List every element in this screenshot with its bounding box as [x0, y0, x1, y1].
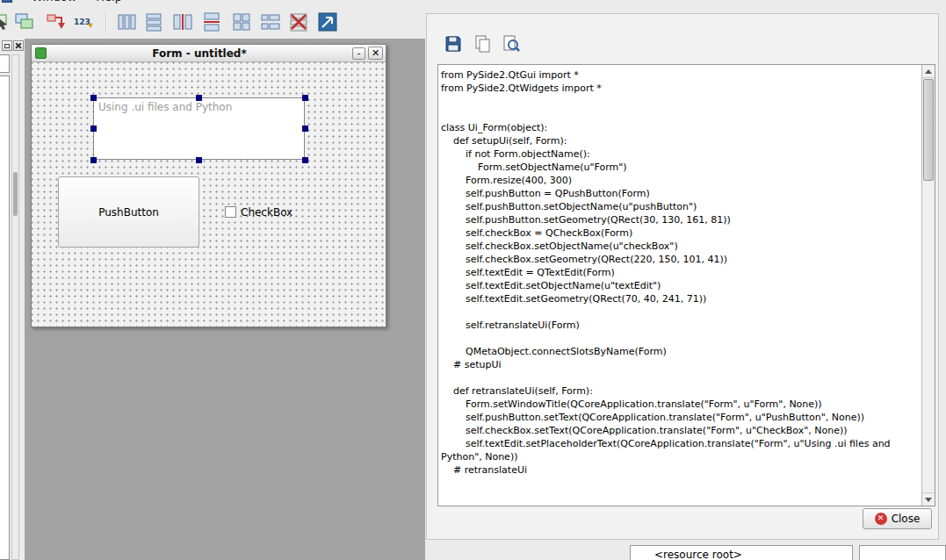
dock-close-button[interactable] [13, 40, 24, 51]
code-preview-dialog: from PySide2.QtGui import * from PySide2… [426, 13, 939, 540]
menu-help[interactable]: Help [96, 0, 122, 4]
edit-tab-order-icon[interactable]: 123 [72, 11, 95, 33]
dialog-close-button[interactable]: ✕ Close [863, 508, 932, 529]
main-toolbar: 123 [0, 7, 422, 39]
designed-textedit[interactable]: Using .ui files and Python [93, 97, 305, 160]
designed-checkbox[interactable]: CheckBox [225, 194, 314, 230]
break-layout-icon[interactable] [287, 11, 310, 33]
menubar: Window Help [0, 0, 422, 6]
scrollbar-thumb[interactable] [923, 79, 934, 181]
selection-handle-sw[interactable] [90, 157, 97, 163]
float-icon [4, 44, 10, 48]
code-view[interactable]: from PySide2.QtGui import * from PySide2… [437, 64, 935, 506]
layout-vertical-icon[interactable] [142, 11, 165, 33]
widgetbox-list-fragment[interactable] [0, 75, 10, 560]
resource-root-label: <resource root> [654, 549, 742, 560]
selection-handle-s[interactable] [196, 157, 202, 163]
close-icon [15, 42, 22, 49]
checkbox-indicator [225, 206, 236, 218]
layout-splitter-horizontal-icon[interactable] [171, 11, 194, 33]
form-window: Form - untitled* - ✕ Using .ui files and… [31, 44, 386, 327]
close-circle-icon: ✕ [875, 513, 887, 525]
selection-handle-n[interactable] [196, 95, 202, 101]
save-icon[interactable] [443, 33, 464, 54]
close-button[interactable]: ✕ [368, 47, 383, 60]
selection-handle-e[interactable] [302, 126, 308, 132]
widgetbox-scrollbar[interactable] [11, 54, 19, 560]
layout-splitter-vertical-icon[interactable] [200, 11, 223, 33]
find-icon[interactable] [501, 33, 522, 54]
mdi-area: Form - untitled* - ✕ Using .ui files and… [25, 39, 425, 560]
selection-handle-w[interactable] [90, 126, 97, 132]
checkbox-label: CheckBox [241, 206, 292, 219]
edit-widgets-icon[interactable] [0, 11, 12, 33]
resource-root-item[interactable]: <resource root> [630, 545, 853, 560]
scroll-up-button[interactable] [922, 65, 935, 78]
scrollbar-thumb[interactable] [13, 172, 18, 216]
toolbar-separator [105, 12, 107, 33]
textedit-placeholder: Using .ui files and Python [94, 98, 304, 116]
close-button-label: Close [892, 513, 921, 525]
form-window-title: Form - untitled* [47, 47, 352, 60]
selection-handle-nw[interactable] [90, 95, 97, 101]
form-window-titlebar[interactable]: Form - untitled* - ✕ [32, 45, 386, 62]
selection-handle-se[interactable] [302, 157, 308, 163]
form-window-icon [35, 47, 47, 59]
widgetbox-filter-fragment[interactable] [0, 54, 10, 73]
generated-code[interactable]: from PySide2.QtGui import * from PySide2… [441, 68, 915, 477]
layout-horizontal-icon[interactable] [115, 11, 138, 33]
edit-signals-slots-icon[interactable] [45, 11, 68, 33]
edit-widgets-mode-icon[interactable] [13, 11, 36, 33]
copy-icon[interactable] [473, 33, 494, 54]
code-scrollbar[interactable] [921, 65, 935, 506]
minimize-button[interactable]: - [352, 47, 365, 60]
arrow-down-icon [925, 498, 932, 502]
layout-grid-icon[interactable] [230, 11, 253, 33]
resource-panel-fragment [859, 545, 946, 560]
layout-form-icon[interactable] [259, 11, 282, 33]
arrow-up-icon [925, 69, 932, 74]
form-canvas[interactable]: Using .ui files and Python PushButton Ch… [32, 62, 386, 327]
scroll-down-button[interactable] [922, 492, 935, 506]
designed-pushbutton[interactable]: PushButton [58, 176, 199, 248]
dock-float-button[interactable] [2, 40, 12, 51]
menu-window[interactable]: Window [32, 0, 76, 4]
selection-handle-ne[interactable] [302, 95, 308, 101]
qt-designer-screen: Window Help 123 [0, 0, 946, 560]
app-icon [2, 0, 12, 3]
pencil-icon [88, 21, 95, 28]
adjust-size-icon[interactable] [316, 11, 339, 33]
